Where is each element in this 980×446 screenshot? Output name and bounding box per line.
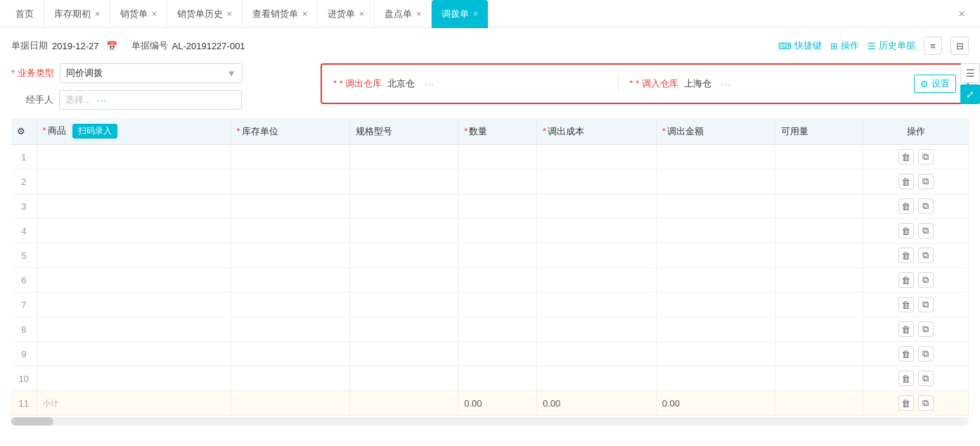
spec-cell[interactable] — [350, 219, 458, 243]
amount-cell[interactable] — [656, 194, 775, 219]
copy-btn[interactable]: ⧉ — [918, 371, 934, 386]
tab-sales-order[interactable]: 销货单 × — [110, 0, 167, 28]
unit-cell[interactable] — [231, 317, 350, 342]
cost-cell[interactable] — [536, 293, 656, 317]
float-list-btn[interactable]: ☰ — [960, 63, 980, 83]
biz-type-dropdown-icon[interactable]: ▼ — [227, 68, 236, 79]
close-tab-inventory-init[interactable]: × — [95, 9, 100, 19]
unit-cell[interactable] — [231, 243, 350, 268]
unit-cell[interactable] — [231, 194, 350, 219]
spec-cell[interactable] — [350, 145, 458, 170]
unit-cell[interactable] — [231, 342, 350, 367]
th-settings[interactable]: ⚙ — [11, 118, 37, 145]
spec-cell[interactable] — [350, 243, 458, 268]
tab-stock-check[interactable]: 盘点单 × — [375, 0, 432, 28]
unit-cell[interactable] — [231, 219, 350, 243]
calendar-icon[interactable]: 📅 — [106, 41, 117, 51]
amount-cell[interactable] — [656, 219, 775, 243]
cost-cell[interactable] — [536, 243, 656, 268]
quantity-cell[interactable] — [458, 219, 537, 243]
history-action[interactable]: ☰ 历史单据 — [868, 39, 915, 52]
unit-cell[interactable] — [231, 367, 350, 391]
product-cell[interactable] — [37, 243, 231, 268]
tab-view-sales[interactable]: 查看销货单 × — [243, 0, 318, 28]
in-warehouse-more-btn[interactable]: ··· — [721, 79, 731, 89]
product-cell[interactable] — [37, 367, 231, 391]
amount-cell[interactable] — [656, 268, 775, 293]
spec-cell[interactable] — [350, 317, 458, 342]
amount-cell[interactable] — [656, 145, 775, 170]
spec-cell[interactable] — [350, 293, 458, 317]
copy-btn[interactable]: ⧉ — [918, 149, 934, 165]
spec-cell[interactable] — [350, 342, 458, 367]
close-tab-transfer[interactable]: × — [473, 9, 478, 19]
amount-cell[interactable] — [656, 170, 775, 194]
copy-btn[interactable]: ⧉ — [918, 321, 934, 337]
horizontal-scrollbar[interactable] — [11, 417, 969, 426]
copy-btn[interactable]: ⧉ — [918, 174, 934, 189]
cost-cell[interactable] — [536, 194, 656, 219]
delete-btn[interactable]: 🗑 — [898, 149, 914, 165]
delete-btn[interactable]: 🗑 — [898, 297, 914, 312]
shortcut-action[interactable]: ⌨ 快捷键 — [778, 39, 822, 52]
close-tab-sales-history[interactable]: × — [227, 9, 232, 19]
close-tab-purchase-order[interactable]: × — [359, 9, 364, 19]
unit-cell[interactable] — [231, 170, 350, 194]
unit-cell[interactable] — [231, 293, 350, 317]
product-cell[interactable] — [37, 219, 231, 243]
spec-cell[interactable] — [350, 367, 458, 391]
quantity-cell[interactable] — [458, 170, 537, 194]
spec-cell[interactable] — [350, 194, 458, 219]
delete-btn[interactable]: 🗑 — [898, 198, 914, 214]
copy-btn[interactable]: ⧉ — [918, 272, 934, 288]
quantity-cell[interactable] — [458, 367, 537, 391]
product-cell[interactable] — [37, 342, 231, 367]
tab-transfer[interactable]: 调拨单 × — [432, 0, 489, 28]
amount-cell[interactable] — [656, 342, 775, 367]
cost-cell[interactable] — [536, 219, 656, 243]
delete-btn[interactable]: 🗑 — [898, 371, 914, 386]
quantity-cell[interactable] — [458, 194, 537, 219]
cost-cell[interactable] — [536, 317, 656, 342]
close-tab-view-sales[interactable]: × — [302, 9, 307, 19]
cost-cell[interactable] — [536, 145, 656, 170]
unit-cell[interactable] — [231, 145, 350, 170]
product-cell[interactable] — [37, 317, 231, 342]
cost-cell[interactable] — [536, 170, 656, 194]
scrollbar-thumb[interactable] — [11, 417, 53, 426]
quantity-cell[interactable] — [458, 317, 537, 342]
product-cell[interactable] — [37, 170, 231, 194]
copy-btn[interactable]: ⧉ — [918, 248, 934, 263]
window-close-button[interactable]: × — [949, 1, 974, 27]
close-tab-stock-check[interactable]: × — [416, 9, 421, 19]
amount-cell[interactable] — [656, 293, 775, 317]
amount-cell[interactable] — [656, 243, 775, 268]
handler-more-btn[interactable]: ··· — [97, 95, 107, 106]
copy-btn[interactable]: ⧉ — [918, 395, 934, 411]
copy-btn[interactable]: ⧉ — [918, 297, 934, 312]
layout-grid-btn[interactable]: ⊟ — [950, 37, 969, 55]
tab-sales-history[interactable]: 销货单历史 × — [167, 0, 243, 28]
biz-type-control[interactable]: 同价调拨 ▼ — [60, 63, 243, 83]
tab-inventory-init[interactable]: 库存期初 × — [44, 0, 110, 28]
product-cell[interactable] — [37, 293, 231, 317]
quantity-cell[interactable] — [458, 145, 537, 170]
operate-action[interactable]: ⊞ 操作 — [830, 39, 859, 52]
delete-btn[interactable]: 🗑 — [898, 248, 914, 263]
out-warehouse-more-btn[interactable]: ··· — [425, 79, 434, 89]
settings-button[interactable]: ⚙ 设置 — [914, 75, 956, 93]
product-cell[interactable] — [37, 268, 231, 293]
tab-home[interactable]: 首页 — [6, 0, 44, 28]
quantity-cell[interactable] — [458, 293, 537, 317]
cost-cell[interactable] — [536, 342, 656, 367]
float-expand-btn[interactable]: ⤢ — [960, 84, 980, 104]
quantity-cell[interactable] — [458, 243, 537, 268]
delete-btn[interactable]: 🗑 — [898, 321, 914, 337]
close-tab-sales-order[interactable]: × — [152, 9, 157, 19]
amount-cell[interactable] — [656, 367, 775, 391]
delete-btn[interactable]: 🗑 — [898, 174, 914, 189]
quantity-cell[interactable] — [458, 268, 537, 293]
unit-cell[interactable] — [231, 268, 350, 293]
copy-btn[interactable]: ⧉ — [918, 223, 934, 238]
layout-list-btn[interactable]: ≡ — [924, 37, 942, 55]
